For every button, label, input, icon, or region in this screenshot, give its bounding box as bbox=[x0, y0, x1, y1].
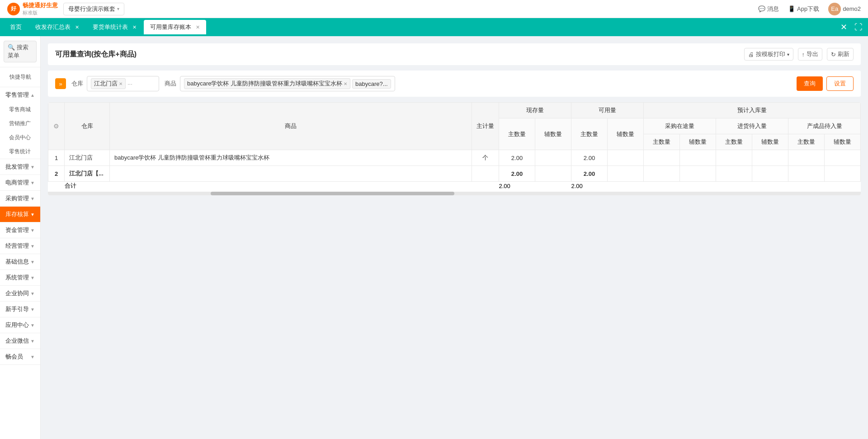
filter-expand-button[interactable]: » bbox=[55, 78, 66, 89]
chevron-up-icon: ▲ bbox=[30, 93, 35, 98]
summary-row: 合计 2.00 2.00 bbox=[48, 182, 861, 190]
product-label: 商品 bbox=[165, 80, 176, 88]
sidebar-item-retail-mall[interactable]: 零售商城 bbox=[0, 103, 40, 117]
summary-stock-sub bbox=[535, 182, 571, 190]
refresh-button[interactable]: ↻ 刷新 bbox=[827, 48, 854, 61]
settings-button[interactable]: 设置 bbox=[826, 76, 854, 91]
product-input[interactable]: babycare学饮杯 儿童防摔防撞吸管杯重力球吸嘴杯宝宝水杯 ✕ babyca… bbox=[180, 76, 395, 91]
sidebar-group-retail-header[interactable]: 零售管理 ▲ bbox=[0, 87, 40, 103]
sidebar-group-wechat-header[interactable]: 企业微信 ▼ bbox=[0, 333, 40, 349]
product-tag-2: babycare?... bbox=[352, 79, 391, 89]
horizontal-scrollbar[interactable] bbox=[48, 192, 861, 195]
sidebar-group-finance-header[interactable]: 资金管理 ▼ bbox=[0, 222, 40, 238]
sidebar-group-wholesale-header[interactable]: 批发管理 ▼ bbox=[0, 159, 40, 175]
warehouse-filter: 仓库 江北门店 ✕ ··· bbox=[71, 76, 159, 91]
sidebar-group-ecommerce-header[interactable]: 电商管理 ▼ bbox=[0, 175, 40, 190]
row-1-prod-main bbox=[788, 150, 825, 166]
row-1-stock-main: 2.00 bbox=[499, 150, 535, 166]
sidebar: 🔍 搜索菜单 快捷导航 零售管理 ▲ 零售商城 营销推广 会员中心 零售统计 批… bbox=[0, 36, 41, 439]
tab-order-stats[interactable]: 要货单统计表 ✕ bbox=[86, 20, 143, 34]
tab-home[interactable]: 首页 bbox=[4, 20, 28, 34]
filter-buttons: 查询 设置 bbox=[797, 76, 854, 91]
sidebar-group-newbie-header[interactable]: 新手引导 ▼ bbox=[0, 302, 40, 317]
print-button[interactable]: 🖨 按模板打印 ▾ bbox=[744, 48, 793, 61]
close-tab-button[interactable]: ✕ bbox=[839, 20, 849, 34]
sidebar-item-marketing[interactable]: 营销推广 bbox=[0, 117, 40, 131]
product-tag-1-remove[interactable]: ✕ bbox=[344, 81, 347, 86]
industry-selector[interactable]: 母婴行业演示账套 ▾ bbox=[63, 3, 124, 15]
sidebar-group-system-header[interactable]: 系统管理 ▼ bbox=[0, 270, 40, 285]
warehouse-tag-1: 江北门店 ✕ bbox=[91, 78, 126, 89]
sidebar-group-basic-info-header[interactable]: 基础信息 ▼ bbox=[0, 254, 40, 269]
summary-inb-main bbox=[716, 182, 752, 190]
row-1-index: 1 bbox=[48, 150, 65, 166]
user-profile[interactable]: Ea demo2 bbox=[828, 3, 861, 15]
row-1-avail-sub bbox=[608, 150, 644, 166]
warehouse-tag-remove[interactable]: ✕ bbox=[119, 81, 123, 86]
row-2-unit bbox=[472, 166, 499, 182]
sidebar-group-wechat: 企业微信 ▼ bbox=[0, 333, 40, 349]
sidebar-group-appstore-header[interactable]: 应用中心 ▼ bbox=[0, 317, 40, 333]
scrollbar-thumb bbox=[211, 192, 454, 195]
row-1-pur-sub bbox=[680, 150, 716, 166]
table-row: 2 江北门店【... 2.00 2.00 bbox=[48, 166, 861, 182]
sidebar-group-vip-header[interactable]: 畅会员 ▼ bbox=[0, 349, 40, 364]
chevron-down-icon-ecommerce: ▼ bbox=[30, 180, 35, 185]
row-2-prod-main bbox=[788, 166, 825, 182]
refresh-icon: ↻ bbox=[831, 51, 836, 58]
query-button[interactable]: 查询 bbox=[797, 76, 823, 91]
sidebar-group-purchase: 采购管理 ▼ bbox=[0, 191, 40, 207]
sidebar-group-vip: 畅会员 ▼ bbox=[0, 349, 40, 365]
th-inbound-main: 主数量 bbox=[716, 134, 752, 150]
th-stock-sub: 辅数量 bbox=[535, 118, 571, 150]
summary-pur-sub bbox=[680, 182, 716, 190]
th-warehouse: 仓库 bbox=[65, 103, 110, 150]
tab-actions: ✕ ⛶ bbox=[839, 20, 864, 34]
sidebar-quick-nav: 快捷导航 bbox=[0, 67, 40, 87]
summary-avail-sub bbox=[608, 182, 644, 190]
message-button[interactable]: 💬 消息 bbox=[758, 5, 779, 13]
row-2-index: 2 bbox=[48, 166, 65, 182]
chevron-down-icon-vip: ▼ bbox=[30, 354, 35, 359]
sidebar-item-retail-stats[interactable]: 零售统计 bbox=[0, 145, 40, 159]
summary-stock-main: 2.00 bbox=[499, 182, 535, 190]
summary-prod-sub bbox=[825, 182, 861, 190]
tab-available-stock[interactable]: 可用量库存账本 ✕ bbox=[144, 20, 206, 34]
row-1-avail-main: 2.00 bbox=[571, 150, 608, 166]
print-dropdown-icon: ▾ bbox=[787, 52, 789, 57]
page-title: 可用量查询(按仓库+商品) bbox=[55, 50, 137, 59]
sidebar-item-member-center[interactable]: 会员中心 bbox=[0, 131, 40, 145]
sidebar-group-enterprise-header[interactable]: 企业协同 ▼ bbox=[0, 286, 40, 301]
summary-label: 合计 bbox=[65, 182, 499, 190]
sidebar-group-inventory: 库存核算 ▼ bbox=[0, 207, 40, 222]
row-2-stock-sub bbox=[535, 166, 571, 182]
tab-summary-close[interactable]: ✕ bbox=[75, 24, 79, 30]
tab-available-stock-close[interactable]: ✕ bbox=[196, 24, 200, 30]
warehouse-more[interactable]: ··· bbox=[127, 80, 132, 87]
th-current-stock: 现存量 bbox=[499, 103, 571, 118]
row-2-stock-main: 2.00 bbox=[499, 166, 535, 182]
tab-order-stats-close[interactable]: ✕ bbox=[132, 24, 137, 30]
sidebar-group-operations-header[interactable]: 经营管理 ▼ bbox=[0, 238, 40, 254]
column-settings-icon[interactable]: ⚙ bbox=[53, 123, 59, 130]
top-bar: 好 畅捷通好生意 标准版 母婴行业演示账套 ▾ 💬 消息 📱 App下载 Ea … bbox=[0, 0, 868, 18]
sidebar-group-purchase-header[interactable]: 采购管理 ▼ bbox=[0, 191, 40, 206]
app-download-button[interactable]: 📱 App下载 bbox=[788, 5, 819, 13]
row-2-pur-sub bbox=[680, 166, 716, 182]
logo-area: 好 畅捷通好生意 标准版 bbox=[7, 1, 58, 16]
row-2-prod-sub bbox=[825, 166, 861, 182]
export-button[interactable]: ↑ 导出 bbox=[798, 48, 823, 61]
logo-text: 畅捷通好生意 标准版 bbox=[23, 1, 58, 16]
print-icon: 🖨 bbox=[748, 51, 754, 58]
sidebar-group-ecommerce: 电商管理 ▼ bbox=[0, 175, 40, 191]
warehouse-input[interactable]: 江北门店 ✕ ··· bbox=[87, 76, 159, 91]
search-menu-button[interactable]: 🔍 搜索菜单 bbox=[4, 41, 37, 62]
page-actions: 🖨 按模板打印 ▾ ↑ 导出 ↻ 刷新 bbox=[744, 48, 854, 61]
sidebar-group-inventory-header[interactable]: 库存核算 ▼ bbox=[0, 207, 40, 222]
tab-summary[interactable]: 收发存汇总表 ✕ bbox=[29, 20, 85, 34]
sidebar-item-quick-nav[interactable]: 快捷导航 bbox=[0, 70, 40, 84]
summary-prod-main bbox=[788, 182, 825, 190]
row-1-unit: 个 bbox=[472, 150, 499, 166]
expand-tab-button[interactable]: ⛶ bbox=[853, 20, 864, 34]
row-2-inb-sub bbox=[752, 166, 788, 182]
